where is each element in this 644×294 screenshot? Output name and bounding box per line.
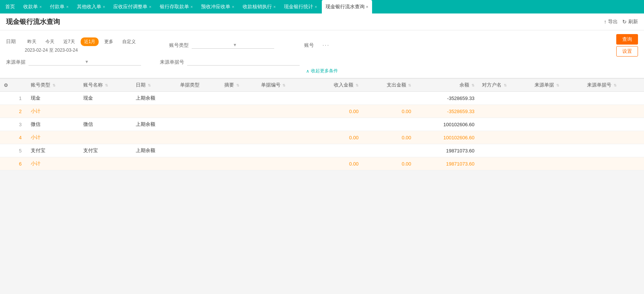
col-summary[interactable]: 摘要 ⇅ (221, 79, 257, 92)
nav-tab-7[interactable]: 现金银行统计 × (280, 0, 321, 13)
table-container: ⚙ 账号类型 ⇅ 账号名称 ⇅ 日期 ⇅ 单据类型 摘要 (0, 78, 644, 170)
col-doc-no-label: 单据编号 (261, 82, 281, 88)
row-account-name: 现金 (80, 92, 132, 105)
col-account-name[interactable]: 账号名称 ⇅ (80, 79, 132, 92)
row-summary (221, 131, 257, 144)
col-income[interactable]: 收入金额 ⇅ (310, 79, 362, 92)
col-summary-label: 摘要 (224, 82, 234, 88)
row-gear-cell[interactable] (0, 157, 14, 170)
nav-tab-8[interactable]: 现金银行流水查询 × (322, 0, 372, 13)
row-account-type: 小计 (27, 105, 80, 118)
export-button[interactable]: ↑ 导出 (604, 18, 618, 25)
row-doc-type (176, 157, 221, 170)
row-counterpart (478, 105, 531, 118)
date-btn-more[interactable]: 更多 (101, 37, 117, 46)
row-date (132, 131, 176, 144)
collapse-up-icon: ∧ (306, 69, 309, 74)
row-source-doc (531, 118, 583, 131)
chevron-down-icon: ▾ (234, 42, 274, 48)
row-balance: -3528659.33 (415, 92, 478, 105)
row-balance: -3528659.33 (415, 105, 478, 118)
collapse-bar[interactable]: ∧ 收起更多条件 (6, 68, 638, 74)
query-button[interactable]: 查询 (616, 34, 638, 45)
row-gear-cell[interactable] (0, 144, 14, 157)
row-source-doc-no (583, 157, 644, 170)
page-title: 现金银行流水查询 (6, 17, 60, 26)
row-account-type: 小计 (27, 157, 80, 170)
col-date[interactable]: 日期 ⇅ (132, 79, 176, 92)
nav-tab-3[interactable]: 应收应付调整单 × (110, 0, 155, 13)
date-btn-yesterday[interactable]: 昨天 (24, 37, 40, 46)
col-counterpart[interactable]: 对方户名 ⇅ (478, 79, 531, 92)
row-account-name (80, 157, 132, 170)
row-counterpart (478, 157, 531, 170)
close-icon[interactable]: × (232, 4, 234, 9)
sort-icon: ⇅ (53, 83, 56, 87)
row-counterpart (478, 118, 531, 131)
col-account-type[interactable]: 账号类型 ⇅ (27, 79, 80, 92)
source-doc-no-input[interactable] (187, 59, 300, 64)
date-btn-today[interactable]: 今天 (42, 37, 58, 46)
col-balance[interactable]: 余额 ⇅ (415, 79, 478, 92)
row-gear-cell[interactable] (0, 131, 14, 144)
nav-tab-1[interactable]: 付款单 × (46, 0, 72, 13)
row-source-doc-no (583, 118, 644, 131)
col-account-name-label: 账号名称 (83, 82, 103, 88)
row-gear-cell[interactable] (0, 118, 14, 131)
row-counterpart (478, 92, 531, 105)
close-icon[interactable]: × (315, 4, 317, 9)
close-icon[interactable]: × (273, 4, 276, 9)
table-row: 2小计0.000.00-3528659.33 (0, 105, 644, 118)
row-doc-no (257, 105, 310, 118)
account-ellipsis-button[interactable]: ··· (322, 42, 329, 49)
refresh-button[interactable]: ↻ 刷新 (622, 18, 638, 25)
sort-icon: ⇅ (408, 83, 411, 87)
close-icon[interactable]: × (191, 4, 193, 9)
chevron-down-icon-2: ▾ (86, 59, 141, 64)
close-icon[interactable]: × (39, 4, 42, 9)
nav-home[interactable]: 首页 (2, 3, 19, 10)
date-btn-custom[interactable]: 自定义 (119, 37, 139, 46)
row-gear-cell[interactable] (0, 92, 14, 105)
account-label: 账号 (304, 42, 319, 49)
col-doc-no[interactable]: 单据编号 ⇅ (257, 79, 310, 92)
nav-tab-0[interactable]: 收款单 × (20, 0, 45, 13)
close-icon[interactable]: × (66, 4, 68, 9)
nav-tab-6[interactable]: 收款核销执行 × (239, 0, 279, 13)
col-gear[interactable]: ⚙ (0, 79, 14, 92)
col-num (14, 79, 27, 92)
source-doc-select[interactable]: ▾ (29, 59, 141, 66)
account-type-select[interactable]: ▾ (192, 42, 274, 49)
row-account-name (80, 131, 132, 144)
col-expense[interactable]: 支出金额 ⇅ (362, 79, 415, 92)
col-source-doc-no[interactable]: 来源单据号 ⇅ (583, 79, 644, 92)
row-date: 上期余额 (132, 92, 176, 105)
nav-tab-2[interactable]: 其他收入单 × (73, 0, 109, 13)
row-num-cell: 2 (14, 105, 27, 118)
date-btn-1month[interactable]: 近1月 (81, 37, 99, 46)
row-date (132, 105, 176, 118)
row-gear-cell[interactable] (0, 105, 14, 118)
col-doc-type: 单据类型 (176, 79, 221, 92)
sort-icon: ⇅ (356, 83, 359, 87)
row-doc-type (176, 118, 221, 131)
sort-icon: ⇅ (282, 83, 285, 87)
table-row: 4小计0.000.00100102606.60 (0, 131, 644, 144)
row-summary (221, 118, 257, 131)
row-balance: 100102606.60 (415, 118, 478, 131)
row-doc-type (176, 131, 221, 144)
row-counterpart (478, 144, 531, 157)
row-num-cell: 1 (14, 92, 27, 105)
close-icon[interactable]: × (103, 4, 105, 9)
close-icon[interactable]: × (366, 4, 368, 9)
date-btn-7days[interactable]: 近7天 (60, 37, 78, 46)
nav-tab-4[interactable]: 银行存取款单 × (156, 0, 197, 13)
close-icon[interactable]: × (149, 4, 151, 9)
settings-button[interactable]: 设置 (616, 46, 638, 57)
col-source-doc[interactable]: 来源单据 ⇅ (531, 79, 583, 92)
filter-row-1: 日期 昨天 今天 近7天 近1月 更多 自定义 2023-02-24 至 202… (6, 34, 638, 57)
row-income: 0.00 (310, 131, 362, 144)
row-expense (362, 92, 415, 105)
nav-tab-5[interactable]: 预收冲应收单 × (197, 0, 238, 13)
col-source-doc-no-label: 来源单据号 (587, 82, 611, 88)
